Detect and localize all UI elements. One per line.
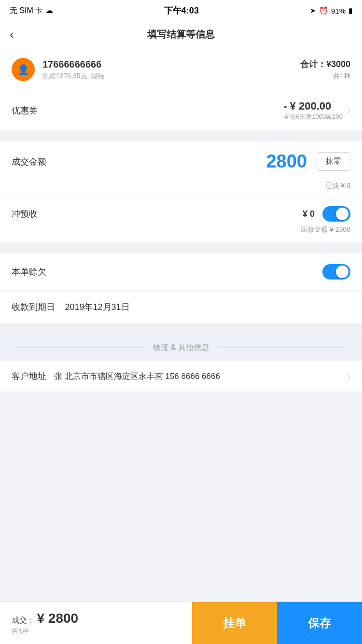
prepaid-section: 冲预收 ¥ 0 应收金额 ¥ 2800	[0, 198, 362, 242]
prepaid-toggle[interactable]	[322, 206, 350, 222]
save-button[interactable]: 保存	[277, 602, 362, 644]
prepaid-sub: 应收金额 ¥ 2800	[0, 225, 362, 242]
bottom-deal-label: 成交：	[12, 616, 35, 624]
customer-left: 👤 17666666666 欠款1276.35元, 现结	[12, 58, 104, 81]
avatar-icon: 👤	[17, 64, 29, 75]
address-value: 张 北京市市辖区海淀区永丰南 156 6666 6666	[54, 371, 348, 382]
coupon-discount: - ¥ 200.00	[283, 100, 343, 112]
battery-text: 91%	[331, 7, 346, 15]
prepaid-row: 冲预收 ¥ 0	[0, 198, 362, 225]
nav-bar: ‹ 填写结算等信息	[0, 21, 362, 48]
customer-phone: 17666666666	[42, 59, 104, 70]
deal-amount-label: 成交金额	[12, 156, 46, 168]
due-date-value: 2019年12月31日	[65, 302, 129, 312]
location-icon: ➤	[310, 6, 316, 15]
bottom-bar: 成交： ¥ 2800 共1种 挂单 保存	[0, 602, 362, 644]
credit-row: 本单赊欠	[0, 253, 362, 290]
due-date-row: 收款到期日 2019年12月31日	[0, 290, 362, 323]
status-time: 下午4:03	[164, 5, 199, 16]
prepaid-amount: ¥ 0	[303, 209, 315, 219]
bottom-amount: ¥ 2800	[37, 611, 78, 626]
customer-sub: 欠款1276.35元, 现结	[42, 72, 104, 81]
customer-card: 👤 17666666666 欠款1276.35元, 现结 合计：¥3000 共1…	[0, 48, 362, 130]
alarm-icon: ⏰	[319, 6, 328, 15]
due-date-label: 收款到期日	[12, 302, 55, 312]
deal-amount-value: 2800	[266, 151, 307, 172]
page-title: 填写结算等信息	[147, 28, 215, 41]
divider-line-right	[217, 348, 350, 348]
amount-right: 2800 抹零	[266, 151, 350, 172]
credit-label: 本单赊欠	[12, 266, 46, 278]
logistics-label: 物流 & 其他信息	[153, 343, 209, 353]
coupon-right: - ¥ 200.00 全场6折满1000减200 ›	[283, 100, 350, 121]
pending-button[interactable]: 挂单	[192, 602, 277, 644]
chevron-right-icon: ›	[348, 106, 350, 116]
credit-card: 本单赊欠 收款到期日 2019年12月31日	[0, 253, 362, 323]
gray-separator-1	[0, 136, 362, 141]
address-label: 客户地址	[12, 370, 46, 382]
divider-line-left	[12, 348, 145, 348]
coupon-desc: 全场6折满1000减200	[283, 112, 343, 121]
deal-amount-row: 成交金额 2800 抹零	[0, 141, 362, 182]
address-row[interactable]: 客户地址 张 北京市市辖区海淀区永丰南 156 6666 6666 ›	[0, 361, 362, 392]
gray-separator-2	[0, 248, 362, 253]
logistics-divider: 物流 & 其他信息	[0, 335, 362, 361]
credit-toggle[interactable]	[322, 264, 350, 280]
customer-info: 17666666666 欠款1276.35元, 现结	[42, 59, 104, 81]
prepaid-label: 冲预收	[12, 208, 38, 220]
status-right: ➤ ⏰ 91% ▮	[310, 6, 352, 15]
customer-row: 👤 17666666666 欠款1276.35元, 现结 合计：¥3000 共1…	[0, 48, 362, 91]
coupon-label: 优惠券	[12, 105, 38, 116]
back-button[interactable]: ‹	[10, 27, 14, 42]
round-sub: 已抹 ¥ 0	[0, 182, 362, 198]
bottom-count: 共1种	[12, 627, 181, 636]
status-left: 无 SIM 卡 ☁	[10, 6, 53, 16]
address-card: 客户地址 张 北京市市辖区海淀区永丰南 156 6666 6666 ›	[0, 361, 362, 392]
customer-right: 合计：¥3000 共1种	[300, 58, 350, 81]
status-bar: 无 SIM 卡 ☁ 下午4:03 ➤ ⏰ 91% ▮	[0, 0, 362, 21]
order-total: 合计：¥3000	[300, 58, 350, 70]
bottom-info: 成交： ¥ 2800 共1种	[0, 611, 192, 636]
order-count: 共1种	[300, 72, 350, 81]
avatar: 👤	[12, 58, 35, 81]
battery-icon: ▮	[348, 6, 352, 15]
deal-amount-card: 成交金额 2800 抹零 已抹 ¥ 0 冲预收 ¥ 0 应收金额 ¥ 2800	[0, 141, 362, 242]
round-button[interactable]: 抹零	[317, 152, 350, 171]
coupon-row[interactable]: 优惠券 - ¥ 200.00 全场6折满1000减200 ›	[0, 91, 362, 130]
address-chevron-icon: ›	[348, 371, 350, 381]
bottom-deal-row: 成交： ¥ 2800	[12, 611, 181, 626]
gray-separator-3	[0, 329, 362, 335]
empty-space	[0, 397, 362, 494]
signal-text: 无 SIM 卡 ☁	[10, 6, 53, 16]
prepaid-right: ¥ 0	[303, 206, 350, 222]
